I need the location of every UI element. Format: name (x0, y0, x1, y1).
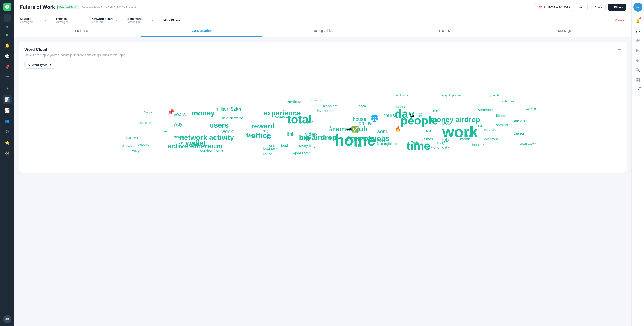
rp-chat-button[interactable]: 💬 (634, 26, 642, 35)
word-cloud-word: day work (424, 146, 439, 150)
word-cloud-emoji: 🗂 (410, 113, 414, 118)
word-cloud-word: best (281, 144, 288, 148)
rp-search-button[interactable]: 🔍 (634, 65, 642, 74)
themes-label: Themes (56, 17, 68, 20)
tab-themes[interactable]: Themes (384, 25, 505, 37)
rp-grid-button[interactable]: ⊞ (634, 46, 642, 55)
sidebar-item-bell[interactable]: 🔔 (3, 41, 12, 50)
dropdown-chevron: ▼ (49, 63, 52, 67)
word-cloud-word: success (174, 135, 184, 139)
header-actions: 📅 9/1/2022 – 9/1/2023 ••• ⬆ Share ≡ Filt… (535, 3, 626, 11)
word-cloud-word: zk (263, 129, 268, 135)
rp-link-button[interactable]: 🔗 (634, 36, 642, 45)
word-cloud-word: link (287, 131, 294, 137)
sidebar: → ■ 🔔 💬 📌 ☰ ✈ 📊 📈 👥 ⚙ ⭐ 👫 JK (0, 0, 14, 326)
keyword-filter[interactable]: Keyword Filters 0 Applied ▼ (92, 15, 123, 25)
word-cloud-word: pool (442, 120, 452, 126)
word-cloud-word: earn (359, 104, 366, 108)
themes-sub: Viewing all (56, 20, 68, 23)
tab-conversation[interactable]: Conversation (141, 25, 262, 37)
tab-messages[interactable]: Messages (505, 25, 626, 37)
data-available: Data available from Feb 5, 2020 - Presen… (82, 5, 136, 9)
keyword-chevron: ▼ (116, 19, 118, 22)
rp-bell-button[interactable]: 🔔 (634, 16, 642, 25)
word-cloud-word: etc (418, 112, 422, 114)
clear-all-button[interactable]: Clear All (615, 19, 626, 22)
right-panel: ✏ 🔔 💬 🔗 ⊞ ⊕ 🔍 ▦ ? (632, 0, 644, 326)
card-title: Word Cloud (24, 47, 47, 52)
word-cloud-word: part (424, 128, 433, 134)
word-cloud-word: something (496, 123, 513, 127)
word-cloud-word: month (460, 137, 470, 141)
share-button[interactable]: ⬆ Share (588, 3, 606, 11)
word-cloud-word: week (221, 129, 233, 135)
word-cloud-word: months (311, 98, 320, 102)
word-cloud-word: covid (221, 136, 228, 140)
filters-button[interactable]: ≡ Filters (608, 4, 626, 11)
user-avatar[interactable]: JK (3, 315, 11, 323)
sidebar-item-chat[interactable]: 💬 (3, 52, 12, 61)
sidebar-item-square[interactable]: ■ (3, 30, 12, 39)
share-label: Share (594, 5, 602, 9)
themes-chevron: ▼ (80, 19, 82, 22)
word-cloud-word: eligible people (442, 94, 461, 97)
word-cloud-word: anything (287, 100, 301, 104)
page-title: Future of Work (20, 4, 55, 10)
word-cloud-word: life (466, 133, 471, 138)
rp-help-button[interactable]: ? (634, 85, 642, 94)
app-logo[interactable] (3, 3, 11, 11)
word-cloud-word: bit (353, 136, 356, 140)
tab-performance[interactable]: Performance (20, 25, 141, 37)
themes-filter[interactable]: Themes Viewing all ▼ (56, 15, 87, 25)
sidebar-item-chart[interactable]: 📈 (3, 106, 12, 115)
sidebar-toggle[interactable]: → (4, 14, 11, 21)
word-cloud-word: million $zkm (216, 106, 243, 112)
date-range-button[interactable]: 📅 9/1/2022 – 9/1/2023 (535, 3, 573, 11)
word-cloud-word: hours (382, 113, 395, 118)
dropdown-label: All Word Types (28, 63, 47, 67)
more-filters-filter[interactable]: More Filters ▼ (164, 17, 195, 24)
rp-table-button[interactable]: ▦ (634, 75, 642, 84)
word-cloud-word: use (418, 115, 422, 117)
word-cloud-word: youtube (490, 94, 500, 97)
word-cloud-word: things (496, 114, 506, 118)
sources-filter[interactable]: Sources Viewing all ▼ (20, 15, 51, 25)
sidebar-item-analytics[interactable]: 📊 (3, 95, 12, 104)
sidebar-item-star[interactable]: ⭐ (3, 138, 12, 147)
sidebar-item-send[interactable]: ✈ (3, 84, 12, 93)
word-cloud-emoji: 🔥 (394, 126, 401, 132)
word-cloud-word: aztec team (502, 100, 516, 103)
word-cloud-word: today (436, 141, 445, 145)
rp-edit-button[interactable]: ✏ (634, 3, 642, 12)
rp-plus-button[interactable]: ⊕ (634, 56, 642, 65)
nav-tabs: Performance Conversation Demographics Th… (20, 25, 626, 37)
word-type-dropdown[interactable]: All Word Types ▼ (24, 61, 56, 69)
featured-badge: Featured Topic (58, 5, 79, 9)
card-description: Visualize the top keywords, hashtags, me… (24, 53, 621, 57)
word-cloud-word: thanks (514, 131, 524, 136)
word-cloud-word: someone (478, 108, 493, 112)
word-cloud-word: years (174, 112, 186, 118)
word-cloud-word: world (377, 129, 388, 135)
sidebar-item-list[interactable]: ☰ (3, 74, 12, 83)
word-cloud-word: employees (394, 94, 409, 97)
word-cloud-word: #jobalert (323, 104, 337, 108)
sidebar-item-settings[interactable]: ⚙ (3, 127, 12, 136)
word-cloud-emoji: 🌐 (370, 115, 378, 122)
word-cloud-emoji: 🌐 (266, 134, 271, 139)
word-cloud-word: app (305, 136, 311, 140)
word-cloud-card: Word Cloud ••• Visualize the top keyword… (19, 42, 627, 173)
sentiment-sub: Viewing all (128, 20, 142, 23)
word-cloud-emoji: 📌 (168, 109, 174, 115)
sentiment-filter[interactable]: Sentiment Viewing all ▼ (128, 15, 159, 25)
card-more-button[interactable]: ••• (618, 47, 621, 51)
word-cloud-word: round (263, 152, 272, 156)
header-row: Future of Work Featured Topic Data avail… (20, 3, 626, 11)
more-options-button[interactable]: ••• (576, 3, 585, 11)
sidebar-item-group[interactable]: 👫 (3, 149, 12, 158)
sidebar-item-bookmark[interactable]: 📌 (3, 63, 12, 72)
tab-demographics[interactable]: Demographics (262, 25, 384, 37)
sidebar-item-users[interactable]: 👥 (3, 117, 12, 126)
word-cloud-word: everyone (484, 137, 499, 141)
more-filters-chevron: ▼ (188, 19, 190, 22)
